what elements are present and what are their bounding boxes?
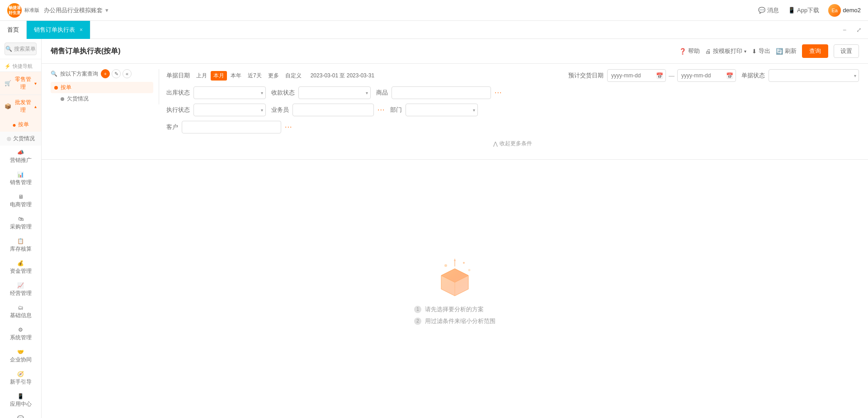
sidebar-item-purchase[interactable]: 🛍 采购管理 (0, 212, 41, 234)
doc-status-label: 单据状态 (741, 71, 765, 80)
date-tab-this-month[interactable]: 本月 (211, 71, 227, 81)
sidebar-item-guide[interactable]: 🧭 新手引导 (0, 367, 41, 390)
refresh-btn[interactable]: 🔄 刷新 (776, 47, 797, 55)
scheme-dot-active (54, 86, 58, 90)
collapse-btn[interactable]: ⋀ 收起更多条件 (166, 138, 859, 149)
edit-scheme-btn[interactable]: ✎ (112, 69, 121, 78)
lightning-icon: ⚡ (5, 63, 11, 69)
refresh-icon: 🔄 (776, 48, 783, 55)
date-label: 单据日期 (166, 71, 190, 80)
sidebar-item-wechat[interactable]: 💬 企业微信 (0, 412, 41, 418)
date-tab-7days[interactable]: 近7天 (245, 71, 264, 81)
sidebar-item-shortage[interactable]: ◎ 欠货情况 (0, 132, 41, 146)
goods-input[interactable] (392, 86, 491, 99)
app-download-btn[interactable]: 📱 App下载 (788, 6, 819, 14)
execution-status-wrapper: ▾ (193, 104, 266, 116)
sidebar-item-sales[interactable]: 📊 销售管理 (0, 168, 41, 190)
page-actions: ❓ 帮助 🖨 按模板打印 ▾ ⬇ 导出 🔄 刷新 查询 设置 (679, 44, 859, 58)
settings-btn[interactable]: 设置 (834, 44, 859, 58)
purchase-icon: 🛍 (18, 216, 24, 222)
date-end-input[interactable] (677, 69, 736, 82)
date-tab-last-month[interactable]: 上月 (193, 71, 210, 81)
retail-icon: 🛒 (5, 80, 11, 86)
content-area: 销售订单执行表(按单) ❓ 帮助 🖨 按模板打印 ▾ ⬇ 导出 🔄 刷新 (42, 39, 868, 418)
sidebar-item-finance[interactable]: 💰 资金管理 (0, 256, 41, 279)
logo-icon: 畅捷通好生意 (7, 3, 22, 18)
sidebar-item-collab[interactable]: 🤝 企业协同 (0, 345, 41, 367)
sidebar-item-orders[interactable]: ● 按单 (0, 118, 41, 132)
customer-field: 客户 ··· (166, 121, 292, 133)
expected-delivery-range: 📅 — 📅 (607, 69, 736, 82)
tab-home[interactable]: 首页 (0, 21, 27, 39)
sidebar-item-inventory[interactable]: 📋 库存核算 (0, 234, 41, 256)
chevron-up-icon: ▴ (34, 104, 37, 109)
collapse-chevron-icon: ⋀ (493, 141, 498, 147)
sidebar-group-wholesale: 📦 批发管理 ▴ ● 按单 ◎ 欠货情况 (0, 95, 41, 146)
tip-num-2: 2 (414, 318, 421, 325)
basic-info-icon: 🗂 (18, 304, 24, 311)
empty-tip-1: 1 请先选择要分析的方案 (414, 305, 495, 314)
sidebar-item-system[interactable]: ⚙ 系统管理 (0, 323, 41, 345)
salesperson-input[interactable] (292, 104, 374, 116)
sidebar-item-retail[interactable]: 🛒 零售管理 ▾ (0, 72, 41, 95)
scheme-actions: + ✎ « (101, 69, 132, 78)
tab-minimize-btn[interactable]: − (839, 24, 850, 35)
sidebar-item-marketing[interactable]: 📣 营销推广 (0, 146, 41, 168)
help-btn[interactable]: ❓ 帮助 (679, 47, 700, 55)
sidebar-item-ecommerce[interactable]: 🖥 电商管理 (0, 190, 41, 212)
tab-expand-btn[interactable]: ⤢ (854, 24, 864, 35)
delivery-status-select[interactable] (193, 86, 266, 99)
svg-point-4 (463, 262, 465, 264)
filter-row-3: 执行状态 ▾ 业务员 ··· (166, 104, 859, 116)
sidebar-item-basic-info[interactable]: 🗂 基础信息 (0, 301, 41, 323)
sidebar-search-area: 🔍 搜索菜单 (0, 39, 41, 59)
date-field: 单据日期 上月 本月 本年 近7天 更多 自定义 2023-03-01 至 20… (166, 71, 374, 81)
date-tab-more[interactable]: 更多 (265, 71, 282, 81)
delivery-status-field: 出库状态 ▾ (166, 86, 266, 99)
scheme-header-icon: 🔍 (51, 71, 57, 77)
query-btn[interactable]: 查询 (802, 44, 828, 58)
delivery-status-label: 出库状态 (166, 89, 190, 97)
date-start-wrapper: 📅 (607, 69, 666, 82)
template-print-btn[interactable]: 🖨 按模板打印 ▾ (705, 47, 746, 55)
goods-field: 商品 ··· (376, 86, 502, 99)
filter-scheme-area: 🔍 按以下方案查询 + ✎ « 按单 欠货情况 (51, 69, 159, 104)
sidebar-search-btn[interactable]: 🔍 搜索菜单 (5, 43, 37, 55)
sidebar-item-wholesale[interactable]: 📦 批发管理 ▴ (0, 95, 41, 118)
payment-status-select[interactable] (298, 86, 371, 99)
department-select[interactable] (406, 104, 478, 116)
date-range-display: 2023-03-01 至 2023-03-31 (311, 72, 374, 80)
salesperson-more-icon[interactable]: ··· (377, 106, 385, 114)
scheme-dot-gray (61, 97, 64, 101)
doc-status-select-wrapper: ▾ (769, 69, 859, 82)
sidebar-item-apps[interactable]: 📱 应用中心 (0, 390, 41, 412)
doc-status-select[interactable] (769, 69, 859, 82)
tab-active[interactable]: 销售订单执行表 × (27, 21, 90, 39)
date-start-input[interactable] (607, 69, 666, 82)
search-icon: 🔍 (5, 46, 12, 52)
customer-input[interactable] (182, 121, 281, 133)
wholesale-icon: 📦 (5, 103, 11, 109)
breadcrumb-chevron[interactable]: ▾ (105, 7, 108, 14)
salesperson-label: 业务员 (271, 106, 289, 114)
collapse-scheme-btn[interactable]: « (123, 69, 132, 78)
goods-more-icon[interactable]: ··· (495, 89, 502, 97)
management-icon: 📈 (17, 282, 24, 289)
tab-active-label: 销售订单执行表 (34, 26, 75, 34)
tab-bar: 首页 销售订单执行表 × − ⤢ (0, 21, 868, 39)
tab-close-icon[interactable]: × (80, 27, 83, 33)
scheme-item-orders[interactable]: 按单 (51, 82, 153, 93)
finance-icon: 💰 (17, 260, 24, 266)
date-tab-this-year[interactable]: 本年 (228, 71, 244, 81)
add-scheme-btn[interactable]: + (101, 69, 110, 78)
tab-bar-actions: − ⤢ (839, 24, 868, 35)
message-btn[interactable]: 💬 消息 (758, 6, 779, 14)
customer-more-icon[interactable]: ··· (285, 123, 292, 131)
scheme-item-shortage[interactable]: 欠货情况 (51, 93, 153, 104)
user-menu[interactable]: Ea demo2 (828, 4, 861, 17)
execution-status-select[interactable] (193, 104, 266, 116)
export-btn[interactable]: ⬇ 导出 (752, 47, 770, 55)
date-tab-custom[interactable]: 自定义 (283, 71, 304, 81)
sidebar-item-management[interactable]: 📈 经营管理 (0, 279, 41, 301)
header-left: 畅捷通好生意 标准版 办公用品行业模拟账套 ▾ (7, 3, 108, 18)
